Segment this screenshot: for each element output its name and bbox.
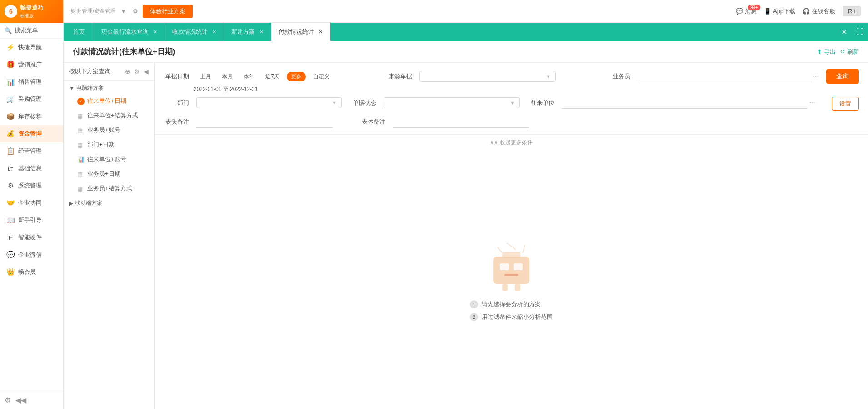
source-select[interactable]: ▼: [419, 71, 556, 82]
tab-home-label: 首页: [73, 28, 85, 36]
settings-gear-icon[interactable]: ⚙: [5, 396, 11, 404]
close-all-tabs-icon[interactable]: ✕: [837, 23, 852, 41]
scheme-group-mobile-arrow: ▶: [69, 200, 73, 207]
query-button[interactable]: 查询: [826, 69, 859, 84]
date-btn-last-month[interactable]: 上月: [196, 71, 215, 82]
user-menu[interactable]: Rit: [843, 6, 861, 16]
tab-cash-flow-close[interactable]: ✕: [153, 29, 157, 35]
note-body-input[interactable]: [393, 116, 529, 128]
app-download-button[interactable]: 📱 App下载: [764, 7, 795, 15]
hardware-icon: 🖥: [6, 234, 15, 242]
sidebar-search[interactable]: 🔍 搜索菜单: [0, 23, 63, 39]
export-button[interactable]: ⬆ 导出: [817, 48, 836, 56]
tab-receipt-stats-label: 收款情况统计: [172, 28, 208, 36]
staff-dots-icon[interactable]: ···: [813, 72, 819, 81]
breadcrumb: 财务管理/资金管理: [71, 7, 116, 15]
date-btn-this-year[interactable]: 本年: [240, 71, 258, 82]
refresh-label: 刷新: [847, 48, 859, 56]
sidebar-item-marketing[interactable]: 🎁 营销推广: [0, 56, 63, 73]
scheme-group-desktop-title[interactable]: ▼ 电脑端方案: [64, 81, 154, 94]
scheme-item-staff-date[interactable]: ▦ 业务员+日期: [64, 167, 154, 181]
message-icon: 💬: [736, 8, 743, 15]
user-label: Rit: [848, 8, 855, 15]
tab-cash-flow[interactable]: 现金银行流水查询 ✕: [94, 23, 165, 41]
scheme-item-staff-date-label: 业务员+日期: [87, 170, 120, 178]
date-btn-more[interactable]: 更多: [287, 72, 306, 81]
sidebar-footer: ⚙ ◀◀: [0, 391, 63, 409]
sidebar-item-purchase[interactable]: 🛒 采购管理: [0, 91, 63, 108]
tab-new-scheme-close[interactable]: ✕: [259, 29, 264, 35]
trial-button[interactable]: 体验行业方案: [143, 5, 193, 18]
staff-input[interactable]: [638, 71, 811, 82]
partner-dots-icon[interactable]: ···: [809, 99, 815, 107]
doc-status-select[interactable]: ▼: [384, 97, 520, 108]
date-btn-7days[interactable]: 近7天: [262, 71, 283, 82]
tab-home[interactable]: 首页: [64, 23, 94, 41]
svg-rect-8: [502, 284, 508, 291]
scheme-item-staff-account[interactable]: ▦ 业务员+账号: [64, 123, 154, 137]
sidebar-item-operation[interactable]: 📋 经营管理: [0, 142, 63, 160]
date-label: 单据日期: [164, 72, 189, 81]
partner-input[interactable]: [562, 97, 808, 109]
sidebar-item-inventory[interactable]: 📦 库存核算: [0, 108, 63, 125]
dept-select[interactable]: ▼: [196, 97, 342, 108]
operation-icon: 📋: [6, 147, 15, 155]
date-range-row: 2022-01-01 至 2022-12-31: [164, 86, 859, 93]
sidebar-item-member[interactable]: 👑 畅会员: [0, 263, 63, 281]
sidebar-item-finance[interactable]: 💰 资金管理: [0, 125, 63, 142]
tab-cash-flow-label: 现金银行流水查询: [101, 28, 149, 36]
topbar-settings-icon[interactable]: ⚙: [133, 8, 138, 15]
note-head-input[interactable]: [196, 116, 333, 128]
tab-payment-stats[interactable]: 付款情况统计 ✕: [271, 23, 330, 41]
service-label: 在线客服: [812, 7, 835, 15]
tab-new-scheme[interactable]: 新建方案 ✕: [224, 23, 271, 41]
sidebar-item-sales[interactable]: 📊 销售管理: [0, 73, 63, 91]
logo-name: 畅捷通巧: [20, 4, 44, 12]
collapse-more-conditions[interactable]: ∧∧ 收起更多条件: [155, 135, 868, 150]
tab-receipt-stats-close[interactable]: ✕: [212, 29, 216, 35]
scheme-table-icon-4: ▦: [77, 171, 85, 177]
date-btn-custom[interactable]: 自定义: [309, 71, 333, 82]
svg-rect-3: [504, 274, 518, 276]
date-btn-this-month[interactable]: 本月: [218, 71, 236, 82]
sidebar: 6 畅捷通巧 标准版 🔍 搜索菜单 ⚡ 快捷导航 🎁 营销推广 📊 销售管理 🛒…: [0, 0, 64, 409]
online-service-button[interactable]: 🎧 在线客服: [803, 7, 835, 15]
tab-payment-stats-label: 付款情况统计: [279, 28, 314, 36]
page-content: 付款情况统计(往来单位+日期) ⬆ 导出 ↺ 刷新 按以下方案查询: [64, 41, 868, 409]
tab-payment-stats-close[interactable]: ✕: [319, 29, 323, 35]
svg-rect-9: [515, 284, 520, 291]
fullscreen-icon[interactable]: ⛶: [852, 23, 868, 41]
scheme-group-mobile: ▶ 移动端方案: [64, 196, 154, 209]
svg-rect-0: [493, 257, 529, 284]
scheme-item-unit-account[interactable]: 📊 往来单位+账号: [64, 152, 154, 167]
filter-row-3: 表头备注 表体备注: [164, 116, 859, 128]
sidebar-item-hardware[interactable]: 🖥 智能硬件: [0, 229, 63, 246]
scheme-item-unit-date[interactable]: ✓ 往来单位+日期: [64, 94, 154, 108]
source-label: 来源单据: [385, 72, 412, 81]
scheme-item-dept-date[interactable]: ▦ 部门+日期: [64, 137, 154, 152]
scheme-item-staff-settlement[interactable]: ▦ 业务员+结算方式: [64, 181, 154, 196]
sidebar-item-guide[interactable]: 📖 新手引导: [0, 212, 63, 229]
scheme-group-desktop-label: 电脑端方案: [76, 84, 104, 92]
scheme-collapse-icon[interactable]: ◀: [144, 68, 149, 75]
main-content: 财务管理/资金管理 ▼ ⚙ 体验行业方案 💬 消息 99+ 📱 App下载 🎧 …: [64, 0, 868, 409]
note-body-label: 表体备注: [358, 118, 385, 126]
collapse-sidebar-icon[interactable]: ◀◀: [15, 396, 26, 404]
sidebar-item-system[interactable]: ⚙ 系统管理: [0, 177, 63, 194]
tab-receipt-stats[interactable]: 收款情况统计 ✕: [165, 23, 224, 41]
sidebar-item-quick-nav[interactable]: ⚡ 快捷导航: [0, 39, 63, 56]
scheme-item-unit-settlement[interactable]: ▦ 往来单位+结算方式: [64, 108, 154, 123]
scheme-group-mobile-title[interactable]: ▶ 移动端方案: [64, 196, 154, 209]
scheme-settings-icon[interactable]: ⚙: [134, 68, 140, 75]
sidebar-item-wechat[interactable]: 💬 企业微信: [0, 246, 63, 263]
sidebar-item-enterprise[interactable]: 🤝 企业协同: [0, 194, 63, 212]
sidebar-label-system: 系统管理: [18, 182, 42, 190]
tab-new-scheme-label: 新建方案: [231, 28, 255, 36]
refresh-button[interactable]: ↺ 刷新: [840, 48, 859, 56]
collapse-arrow-icon: ∧∧: [490, 140, 498, 146]
messages-button[interactable]: 💬 消息 99+: [736, 7, 757, 15]
settings-button[interactable]: 设置: [832, 97, 859, 111]
logo-badge: 标准版: [20, 13, 44, 19]
sidebar-item-basic-info[interactable]: 🗂 基础信息: [0, 160, 63, 177]
scheme-add-icon[interactable]: ⊕: [125, 68, 130, 75]
